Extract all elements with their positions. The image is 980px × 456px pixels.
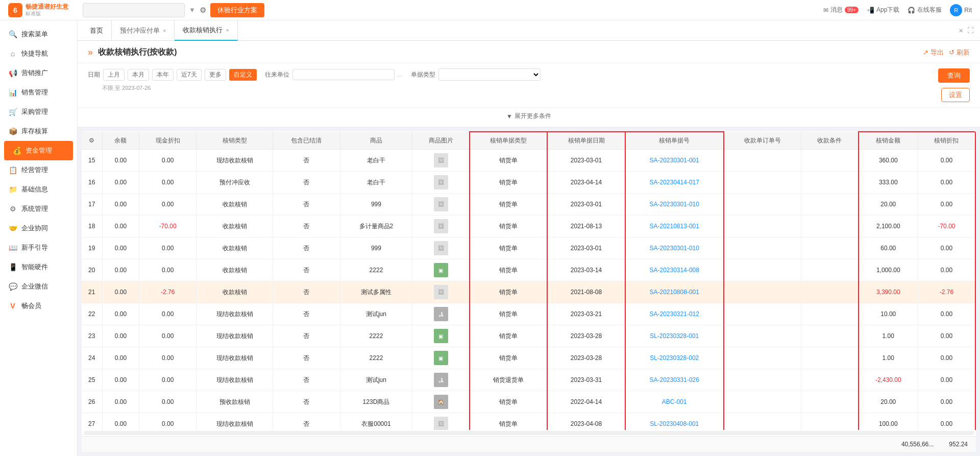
verify-bill-no-link[interactable]: SL-20230408-001 bbox=[650, 420, 699, 427]
verify-bill-no-link[interactable]: SA-20210813-001 bbox=[649, 223, 699, 230]
refresh-button[interactable]: ↺ 刷新 bbox=[949, 48, 970, 57]
sidebar-item-purchase[interactable]: 🛒 采购管理 bbox=[0, 102, 77, 122]
verify-bill-no-link[interactable]: SA-20230331-026 bbox=[649, 376, 699, 383]
filter-bill-type-select[interactable] bbox=[438, 68, 541, 81]
filter-from-unit-input[interactable] bbox=[292, 69, 395, 80]
sidebar-item-corp[interactable]: 🤝 企业协同 bbox=[0, 219, 77, 238]
cell-include-settled: 否 bbox=[273, 194, 340, 215]
sidebar-item-system[interactable]: ⚙ 系统管理 bbox=[0, 199, 77, 219]
cell-verify-discount: 0.00 bbox=[918, 325, 975, 347]
sidebar-label-device: 智能硬件 bbox=[21, 262, 48, 272]
verify-bill-no-link[interactable]: SA-20230301-010 bbox=[649, 245, 699, 252]
cell-collection-order-no bbox=[724, 281, 801, 303]
filter-btn-this-year[interactable]: 本年 bbox=[152, 69, 174, 81]
sidebar: 🔍 搜索菜单 ⌂ 快捷导航 📢 营销推广 📊 销售管理 🛒 采购管理 📦 库存核… bbox=[0, 20, 78, 456]
verify-bill-no-link[interactable]: SA-20230414-017 bbox=[649, 179, 699, 186]
brand-sub: 标准版 bbox=[26, 11, 68, 17]
sidebar-item-sales[interactable]: 📊 销售管理 bbox=[0, 83, 77, 102]
search-button[interactable]: 查询 bbox=[938, 68, 970, 83]
cell-verify-bill-date: 2023-04-14 bbox=[547, 172, 625, 194]
filter-btn-last-month[interactable]: 上月 bbox=[103, 69, 125, 81]
filter-btn-more[interactable]: 更多 bbox=[205, 69, 226, 81]
sidebar-item-inventory[interactable]: 📦 库存核算 bbox=[0, 122, 77, 141]
filter-from-unit-dots[interactable]: ... bbox=[398, 71, 403, 78]
top-search-input[interactable] bbox=[83, 3, 185, 17]
tab-prepay-close-icon[interactable]: × bbox=[163, 28, 166, 34]
cell-cash-discount: 0.00 bbox=[139, 150, 197, 172]
gear-icon[interactable]: ⚙ bbox=[200, 6, 206, 15]
tab-prepay[interactable]: 预付冲应付单 × bbox=[112, 20, 175, 41]
cell-include-settled: 否 bbox=[273, 391, 340, 413]
verify-bill-no-link[interactable]: SA-20230301-001 bbox=[649, 157, 699, 164]
tab-home[interactable]: 首页 bbox=[82, 20, 112, 41]
sidebar-item-manage[interactable]: 📋 经营管理 bbox=[0, 160, 77, 180]
table-row: 22 0.00 0.00 现结收款核销 否 测试jun 🏞 销货单 2023-0… bbox=[82, 303, 975, 325]
sidebar-item-finance[interactable]: 💰 资金管理 bbox=[4, 141, 73, 160]
sidebar-item-quick-nav[interactable]: ⌂ 快捷导航 bbox=[0, 44, 77, 63]
verify-bill-no-link[interactable]: SL-20230328-001 bbox=[650, 332, 699, 340]
filter-btn-this-month[interactable]: 本月 bbox=[128, 69, 149, 81]
horizontal-scrollbar[interactable] bbox=[84, 431, 974, 435]
table-footer: 40,556,66... 952.24 bbox=[82, 436, 976, 452]
product-image-green: ▣ bbox=[434, 351, 448, 365]
verify-bill-no-link[interactable]: SA-20230321-012 bbox=[649, 310, 699, 318]
th-settings[interactable]: ⚙ bbox=[82, 132, 102, 150]
cell-goods: 2222 bbox=[340, 347, 412, 369]
cell-goods-img: ▣ bbox=[412, 347, 470, 369]
user-avatar[interactable]: R Rit bbox=[950, 4, 972, 16]
sidebar-label-inventory: 库存核算 bbox=[21, 127, 48, 136]
cell-verify-bill-no: SL-20230328-001 bbox=[625, 325, 724, 347]
cell-collection-order-no bbox=[724, 325, 801, 347]
verify-bill-no-link[interactable]: SL-20230328-002 bbox=[650, 354, 699, 362]
corp-icon: 🤝 bbox=[8, 224, 17, 232]
table-row: 20 0.00 0.00 收款核销 否 2222 ▣ 销货单 2023-03-1… bbox=[82, 259, 975, 281]
sidebar-item-wechat[interactable]: 💬 企业微信 bbox=[0, 277, 77, 296]
setting-button[interactable]: 设置 bbox=[941, 88, 970, 102]
verify-bill-no-link[interactable]: SA-20230301-010 bbox=[649, 201, 699, 208]
verify-bill-no-link[interactable]: ABC-001 bbox=[662, 398, 687, 405]
cell-include-settled: 否 bbox=[273, 325, 340, 347]
filter-btn-custom[interactable]: 自定义 bbox=[229, 69, 257, 81]
cell-cash-discount: 0.00 bbox=[139, 347, 197, 369]
column-settings-icon: ⚙ bbox=[89, 137, 94, 144]
tab-collection-close-icon[interactable]: × bbox=[226, 27, 229, 33]
sidebar-item-search-menu[interactable]: 🔍 搜索菜单 bbox=[0, 25, 77, 44]
message-btn[interactable]: ✉ 消息 99+ bbox=[823, 6, 859, 14]
cell-verify-discount: 0.00 bbox=[918, 172, 975, 194]
sidebar-item-member[interactable]: V 畅会员 bbox=[0, 296, 77, 316]
sidebar-label-sales: 销售管理 bbox=[21, 88, 48, 97]
data-table: ⚙ 余额 现金折扣 核销类型 包含已结清 商品 商品图片 核销单据类型 核销单据… bbox=[82, 131, 976, 430]
table-row: 26 0.00 0.00 预收款核销 否 123D商品 🏠 销货单 2022-0… bbox=[82, 391, 975, 413]
logo: 6 畅捷通谱好生意 标准版 bbox=[8, 3, 68, 17]
tab-close-all-icon[interactable]: × bbox=[959, 26, 963, 35]
verify-bill-no-link[interactable]: SA-20230314-008 bbox=[649, 267, 699, 274]
sidebar-label-marketing: 营销推广 bbox=[21, 68, 48, 78]
cell-collection-order-no bbox=[724, 303, 801, 325]
table-row: 19 0.00 0.00 收款核销 否 999 🖼 销货单 2023-03-01… bbox=[82, 237, 975, 259]
page-nav-expand-icon[interactable]: » bbox=[88, 47, 93, 58]
sidebar-item-device[interactable]: 📱 智能硬件 bbox=[0, 257, 77, 277]
cell-cash-discount: -2.76 bbox=[139, 281, 197, 303]
sidebar-item-basic[interactable]: 📁 基础信息 bbox=[0, 180, 77, 199]
tab-collection[interactable]: 收款核销执行 × bbox=[175, 20, 237, 41]
export-button[interactable]: ↗ 导出 bbox=[923, 48, 944, 57]
cell-row-num: 16 bbox=[82, 172, 102, 194]
expand-more-btn[interactable]: ▼ 展开更多条件 bbox=[501, 110, 556, 123]
cell-verify-amount: 20.00 bbox=[859, 391, 918, 413]
cell-goods: 老白干 bbox=[340, 150, 412, 172]
cell-balance: 0.00 bbox=[102, 325, 139, 347]
tab-expand-icon[interactable]: ⛶ bbox=[967, 27, 974, 34]
cell-cash-discount: 0.00 bbox=[139, 172, 197, 194]
cell-cash-discount: 0.00 bbox=[139, 369, 197, 391]
search-dropdown-icon[interactable]: ▼ bbox=[189, 6, 195, 14]
sidebar-item-guide[interactable]: 📖 新手引导 bbox=[0, 238, 77, 257]
layout: 🔍 搜索菜单 ⌂ 快捷导航 📢 营销推广 📊 销售管理 🛒 采购管理 📦 库存核… bbox=[0, 20, 980, 456]
service-btn[interactable]: 🎧 在线客服 bbox=[908, 6, 942, 14]
app-btn[interactable]: 📲 App下载 bbox=[867, 6, 899, 14]
filter-btn-7days[interactable]: 近7天 bbox=[177, 69, 202, 81]
industry-btn[interactable]: 休验行业方案 bbox=[210, 3, 264, 17]
avatar: R bbox=[950, 4, 962, 16]
sidebar-item-marketing[interactable]: 📢 营销推广 bbox=[0, 63, 77, 83]
verify-bill-no-link[interactable]: SA-20210808-001 bbox=[649, 289, 699, 296]
table-container[interactable]: ⚙ 余额 现金折扣 核销类型 包含已结清 商品 商品图片 核销单据类型 核销单据… bbox=[82, 131, 976, 430]
